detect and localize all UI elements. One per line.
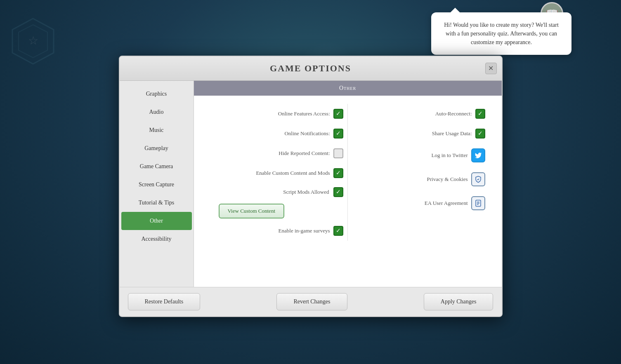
apply-changes-button[interactable]: Apply Changes [424, 293, 493, 310]
sidebar-item-game-camera[interactable]: Game Camera [120, 157, 194, 176]
shield-icon [475, 176, 482, 183]
enable-custom-mods-checkbox[interactable]: ✓ [333, 168, 343, 178]
setting-online-notifications: Online Notifications: ✓ [206, 124, 347, 143]
left-column: Online Features Access: ✓ Online Notific… [206, 104, 348, 241]
twitter-label: Log in to Twitter [352, 152, 468, 159]
online-notifications-checkbox[interactable]: ✓ [333, 129, 343, 139]
modal-overlay: Game Options ✕ Graphics Audio Music Game… [0, 0, 621, 364]
hide-reported-checkbox[interactable] [333, 148, 343, 158]
right-column: Auto-Reconnect: ✓ Share Usage Data: ✓ Lo… [348, 104, 489, 241]
settings-grid: Online Features Access: ✓ Online Notific… [194, 96, 502, 249]
view-custom-content-row: View Custom Content [206, 201, 347, 221]
auto-reconnect-checkbox[interactable]: ✓ [475, 109, 485, 119]
setting-share-usage: Share Usage Data: ✓ [348, 124, 489, 143]
sidebar-item-audio[interactable]: Audio [120, 103, 194, 121]
section-header: Other [194, 81, 502, 96]
view-custom-content-button[interactable]: View Custom Content [219, 204, 285, 218]
enable-surveys-label: Enable in-game surveys [210, 228, 330, 234]
content-area: Other Online Features Access: ✓ Online N… [194, 81, 502, 287]
sidebar-item-graphics[interactable]: Graphics [120, 85, 194, 103]
sidebar-item-gameplay[interactable]: Gameplay [120, 139, 194, 157]
sidebar-item-accessibility[interactable]: Accessibility [120, 230, 194, 248]
setting-enable-surveys: Enable in-game surveys ✓ [206, 221, 347, 241]
setting-hide-reported: Hide Reported Content: [206, 143, 347, 163]
script-mods-checkbox[interactable]: ✓ [333, 187, 343, 197]
game-options-modal: Game Options ✕ Graphics Audio Music Game… [119, 56, 503, 317]
setting-enable-custom-mods: Enable Custom Content and Mods ✓ [206, 163, 347, 183]
modal-header: Game Options ✕ [120, 56, 502, 81]
setting-auto-reconnect: Auto-Reconnect: ✓ [348, 104, 489, 124]
setting-twitter: Log in to Twitter [348, 143, 489, 167]
document-icon [475, 200, 482, 207]
share-usage-label: Share Usage Data: [352, 130, 472, 137]
online-features-checkbox[interactable]: ✓ [333, 109, 343, 119]
online-features-label: Online Features Access: [210, 110, 330, 117]
setting-privacy-cookies: Privacy & Cookies [348, 167, 489, 191]
script-mods-label: Script Mods Allowed [210, 189, 329, 195]
share-usage-checkbox[interactable]: ✓ [475, 129, 485, 139]
auto-reconnect-label: Auto-Reconnect: [352, 110, 472, 117]
setting-script-mods-row: Script Mods Allowed ✓ [206, 183, 347, 201]
privacy-cookies-button[interactable] [471, 172, 485, 186]
modal-body: Graphics Audio Music Gameplay Game Camer… [120, 81, 502, 287]
hide-reported-label: Hide Reported Content: [210, 150, 330, 157]
twitter-icon [475, 152, 482, 159]
close-button[interactable]: ✕ [485, 63, 497, 74]
privacy-cookies-label: Privacy & Cookies [352, 176, 468, 183]
sidebar-item-tutorial-tips[interactable]: Tutorial & Tips [120, 194, 194, 212]
sidebar-item-screen-capture[interactable]: Screen Capture [120, 176, 194, 194]
setting-online-features: Online Features Access: ✓ [206, 104, 347, 124]
modal-footer: Restore Defaults Revert Changes Apply Ch… [120, 287, 502, 316]
enable-custom-mods-label: Enable Custom Content and Mods [210, 170, 330, 176]
revert-changes-button[interactable]: Revert Changes [276, 293, 347, 310]
enable-surveys-checkbox[interactable]: ✓ [333, 226, 343, 236]
sidebar-item-music[interactable]: Music [120, 121, 194, 139]
twitter-button[interactable] [471, 148, 485, 162]
sidebar-item-other[interactable]: Other [121, 212, 192, 230]
modal-title: Game Options [270, 63, 351, 73]
ea-agreement-label: EA User Agreement [352, 200, 468, 207]
sidebar: Graphics Audio Music Gameplay Game Camer… [120, 81, 194, 287]
restore-defaults-button[interactable]: Restore Defaults [128, 293, 201, 310]
online-notifications-label: Online Notifications: [210, 130, 330, 137]
ea-agreement-button[interactable] [471, 196, 485, 210]
setting-ea-agreement: EA User Agreement [348, 191, 489, 215]
